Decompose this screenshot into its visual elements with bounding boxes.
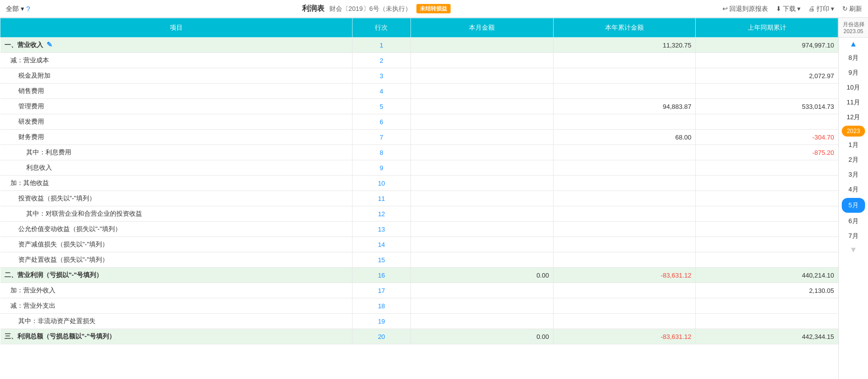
row-num: 10 (352, 176, 410, 191)
table-row: 研发费用6 (0, 114, 838, 130)
row-label: 销售费用 (0, 84, 353, 99)
last-year-value: 974,997.10 (696, 38, 838, 53)
row-label: 一、营业收入 ✎ (0, 38, 353, 53)
row-label: 二、营业利润（亏损以"-"号填列） (0, 268, 353, 283)
col-header-year-cumulative: 本年累计金额 (553, 18, 696, 38)
table-row: 加：营业外收入172,130.05 (0, 283, 838, 298)
current-month-value (411, 298, 554, 314)
row-num: 7 (352, 130, 410, 145)
table-area[interactable]: 项目 行次 本月金额 本年累计金额 上年同期累计 一、营业收入 ✎111,320… (0, 18, 838, 379)
current-month-value (411, 130, 554, 145)
month-item[interactable]: 4月 (839, 182, 868, 197)
row-label: 其中：利息费用 (0, 145, 353, 160)
download-btn[interactable]: ⬇ 下载 ▾ (776, 4, 801, 13)
top-bar: 全部 ▾ ? 利润表 财会〔2019〕6号（未执行） 未结转损益 ↩ 回退到原报… (0, 0, 868, 18)
year-cumulative-value (553, 283, 696, 298)
row-label: 减：营业成本 (0, 53, 353, 68)
row-num: 4 (352, 84, 410, 99)
row-num: 18 (352, 298, 410, 314)
year-cumulative-value (553, 191, 696, 206)
month-item[interactable]: 10月 (839, 80, 868, 95)
year-label[interactable]: 2023 (842, 126, 865, 137)
edit-icon[interactable]: ✎ (47, 41, 52, 48)
refresh-btn[interactable]: ↻ 刷新 (842, 4, 862, 13)
table-row: 利息收入9 (0, 160, 838, 176)
unfinished-badge: 未结转损益 (416, 4, 451, 13)
year-cumulative-value (553, 206, 696, 222)
last-year-value (696, 222, 838, 237)
row-label: 投资收益（损失以"-"填列） (0, 191, 353, 206)
month-item[interactable]: 7月 (839, 229, 868, 243)
row-num: 11 (352, 191, 410, 206)
month-item[interactable]: 11月 (839, 95, 868, 110)
row-label: 资产减值损失（损失以"-"填列） (0, 237, 353, 252)
refresh-icon: ↻ (842, 5, 848, 12)
year-cumulative-value (553, 298, 696, 314)
row-label: 税金及附加 (0, 68, 353, 84)
row-label: 其中：对联营企业和合营企业的投资收益 (0, 206, 353, 222)
col-header-last-year: 上年同期累计 (696, 18, 838, 38)
row-label: 公允价值变动收益（损失以"-"填列） (0, 222, 353, 237)
back-icon: ↩ (722, 5, 728, 12)
row-num: 15 (352, 252, 410, 268)
print-icon: 🖨 (809, 5, 815, 12)
month-sidebar: 月份选择 2023.05 ▲ 8月9月10月11月12月20231月2月3月4月… (838, 18, 868, 379)
row-num: 2 (352, 53, 410, 68)
month-nav-down[interactable]: ▼ (839, 243, 868, 256)
row-label: 加：其他收益 (0, 176, 353, 191)
current-month-value: 0.00 (411, 268, 554, 283)
last-year-value (696, 206, 838, 222)
current-month-value (411, 145, 554, 160)
back-btn[interactable]: ↩ 回退到原报表 (722, 4, 768, 13)
table-row: 二、营业利润（亏损以"-"号填列）160.00-83,631.12440,214… (0, 268, 838, 283)
last-year-value: 533,014.73 (696, 99, 838, 114)
table-row: 其中：利息费用8-875.20 (0, 145, 838, 160)
month-sidebar-title: 月份选择 (840, 21, 867, 28)
row-num: 5 (352, 99, 410, 114)
month-item[interactable]: 12月 (839, 110, 868, 125)
table-row: 投资收益（损失以"-"填列）11 (0, 191, 838, 206)
table-row: 减：营业成本2 (0, 53, 838, 68)
current-month-value (411, 68, 554, 84)
row-num: 20 (352, 329, 410, 344)
month-item[interactable]: 1月 (839, 138, 868, 152)
table-row: 管理费用594,883.87533,014.73 (0, 99, 838, 114)
all-select-dropdown[interactable]: 全部 ▾ ? (6, 4, 30, 13)
top-bar-actions: ↩ 回退到原报表 ⬇ 下载 ▾ 🖨 打印 ▾ ↻ 刷新 (722, 4, 862, 13)
month-item[interactable]: 9月 (839, 65, 868, 80)
year-cumulative-value (553, 176, 696, 191)
month-item[interactable]: 6月 (839, 214, 868, 229)
last-year-value (696, 237, 838, 252)
current-month-value (411, 222, 554, 237)
month-item[interactable]: 5月 (842, 198, 865, 213)
month-item[interactable]: 2月 (839, 152, 868, 167)
current-month-value: 0.00 (411, 329, 554, 344)
row-num: 16 (352, 268, 410, 283)
report-title: 利润表 (302, 4, 324, 13)
row-num: 8 (352, 145, 410, 160)
last-year-value (696, 114, 838, 130)
row-label: 加：营业外收入 (0, 283, 353, 298)
year-cumulative-value: 94,883.87 (553, 99, 696, 114)
last-year-value: 2,130.05 (696, 283, 838, 298)
month-sidebar-year: 2023.05 (840, 28, 867, 34)
current-month-value (411, 176, 554, 191)
month-item[interactable]: 3月 (839, 167, 868, 182)
table-row: 三、利润总额（亏损总额以"-"号填列）200.00-83,631.12442,3… (0, 329, 838, 344)
main-container: 全部 ▾ ? 利润表 财会〔2019〕6号（未执行） 未结转损益 ↩ 回退到原报… (0, 0, 868, 379)
row-num: 13 (352, 222, 410, 237)
month-list: 8月9月10月11月12月20231月2月3月4月5月6月7月 (839, 50, 868, 243)
row-label: 其中：非流动资产处置损失 (0, 314, 353, 329)
current-month-value (411, 314, 554, 329)
month-item[interactable]: 8月 (839, 50, 868, 65)
last-year-value (696, 53, 838, 68)
month-nav-up[interactable]: ▲ (839, 38, 868, 50)
current-month-value (411, 53, 554, 68)
current-month-value (411, 252, 554, 268)
table-row: 其中：对联营企业和合营企业的投资收益12 (0, 206, 838, 222)
current-month-value (411, 99, 554, 114)
col-header-rownum: 行次 (352, 18, 410, 38)
print-btn[interactable]: 🖨 打印 ▾ (809, 4, 834, 13)
row-label: 研发费用 (0, 114, 353, 130)
title-area: 利润表 财会〔2019〕6号（未执行） 未结转损益 (302, 4, 451, 13)
